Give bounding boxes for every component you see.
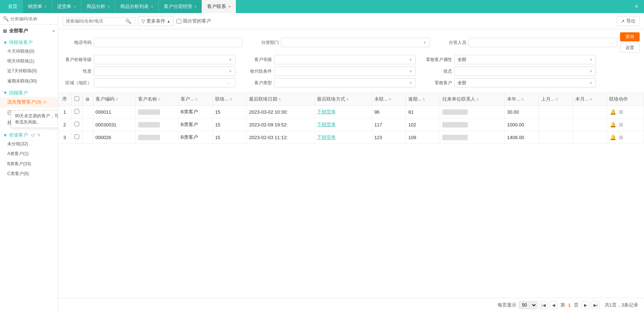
contact-icon[interactable]: 🔔	[610, 134, 616, 140]
zero-customer-select[interactable]: 全部 ▼	[454, 78, 596, 88]
filter-field-zero-customer: 零散客户 全部 ▼	[423, 78, 596, 88]
region-dots[interactable]: ···	[225, 80, 232, 86]
first-page-btn[interactable]: |◀	[539, 301, 547, 309]
cell-last-month	[539, 131, 573, 144]
more-icon[interactable]: ⊞	[619, 109, 623, 115]
payment-select[interactable]: ▼	[274, 66, 416, 76]
nav-tab-analysis-list-close[interactable]: ×	[151, 4, 153, 9]
page-size-select[interactable]: 50 100	[519, 301, 537, 309]
search-wrap: 🔍	[63, 17, 135, 25]
nav-tab-purchase-close[interactable]: ×	[73, 4, 76, 9]
edit-icon[interactable]: ✎	[37, 133, 41, 138]
cell-this-year: 1000.00	[505, 118, 539, 131]
query-button[interactable]: 查询	[620, 32, 640, 41]
settings-button[interactable]: 设置	[620, 43, 640, 53]
dept-label: 分管部门	[250, 40, 279, 46]
nav-tab-customer-contact-label: 客户联系	[207, 3, 226, 10]
th-settings: ⚙	[82, 93, 93, 106]
nav-tab-analysis-list[interactable]: 商品分析列表 ×	[115, 0, 158, 13]
cell-action: 🔔 ⊞	[607, 106, 644, 118]
sidebar-all-customers[interactable]: ⊞ 全部客户 «	[0, 25, 58, 37]
nav-home[interactable]: 首页	[3, 0, 23, 13]
sidebar-item-churn-warning[interactable]: 流失预警客户(3) ⚠	[0, 97, 58, 108]
nav-tab-analysis[interactable]: 商品分析 ×	[81, 0, 115, 13]
last-page-btn[interactable]: ▶|	[592, 301, 600, 309]
nature-select[interactable]: ▼	[94, 66, 236, 76]
price-grade-select[interactable]: ▼	[94, 55, 236, 64]
export-button[interactable]: ↗ 导出	[617, 16, 640, 26]
nav-tab-purchase[interactable]: 进货单 ×	[52, 0, 81, 13]
main-layout: 🔍 ⊞ 全部客户 « ▼ 待联络客户 今天待联络(0) 明天待联络(1) 近7天…	[0, 13, 644, 312]
sidebar-search-input[interactable]	[10, 16, 55, 21]
th-this-month: 本月... ⇅	[573, 93, 607, 106]
nav-tab-customer-contact[interactable]: 客户联系 ×	[202, 0, 236, 13]
cell-name: ████	[136, 106, 178, 118]
more-icon[interactable]: ⊞	[619, 134, 623, 140]
nav-tab-customer-tier[interactable]: 客户分层经营 ×	[158, 0, 202, 13]
filter-field-dept: 分管部门 ▼	[250, 38, 430, 47]
current-page: 1	[568, 303, 571, 308]
customer-type-select[interactable]: ▼	[274, 78, 416, 88]
chevron-down-icon7: ▼	[589, 58, 593, 62]
content-area: 🔍 ▽ 更多条件 ▲ 我分管的客户 ↗ 导出 电话号码	[58, 13, 644, 312]
sidebar-item-churn-label: 流失预警客户(3)	[7, 98, 41, 106]
nav-tab-analysis-close[interactable]: ×	[108, 4, 110, 9]
sidebar-group-review[interactable]: ▼ 回顾客户	[0, 88, 58, 97]
row-checkbox[interactable]	[75, 109, 79, 114]
sidebar-collapse-icon[interactable]: «	[52, 28, 55, 33]
column-settings-icon[interactable]: ⚙	[85, 97, 90, 102]
sidebar-item-b-class[interactable]: B类客户(33)	[0, 159, 58, 169]
search-icon[interactable]: 🔍	[125, 19, 131, 24]
cell-num: 2	[58, 118, 71, 131]
level-select[interactable]: ▼	[274, 55, 416, 64]
select-all-checkbox[interactable]	[75, 96, 79, 101]
cell-overdue: 102	[406, 118, 440, 131]
nav-tab-customer-contact-close[interactable]: ×	[228, 4, 230, 9]
filter-button[interactable]: ▽ 更多条件 ▲	[138, 16, 174, 26]
dots-icon[interactable]: ···	[610, 40, 614, 45]
contact-icon[interactable]: 🔔	[610, 122, 616, 127]
last-way-link[interactable]: 下销货单	[317, 109, 336, 114]
chevron-down-icon6: ▼	[409, 58, 412, 62]
sidebar-item-c-class[interactable]: C类客户(6)	[0, 169, 58, 179]
row-checkbox[interactable]	[75, 134, 79, 139]
cell-unlisted: 117	[372, 118, 406, 131]
my-customers-wrap: 我分管的客户	[177, 18, 211, 24]
nav-tab-sales-close[interactable]: ×	[44, 4, 47, 9]
nav-tab-sales[interactable]: 销货单 ×	[23, 0, 52, 13]
filter-field-status: 状态 ▼	[423, 66, 596, 76]
region-select[interactable]: ···	[94, 78, 236, 88]
last-way-link[interactable]: 下销货单	[317, 122, 336, 127]
nav-tab-customer-tier-close[interactable]: ×	[194, 4, 197, 9]
person-select[interactable]: ···	[468, 38, 617, 47]
page-label: 第	[560, 302, 565, 308]
sidebar-item-ungroup[interactable]: 未分组(32)	[0, 139, 58, 149]
sidebar-item-overdue[interactable]: 逾期未联络(30)	[0, 76, 58, 86]
contact-icon[interactable]: 🔔	[610, 109, 616, 115]
window-close-button[interactable]: ×	[632, 3, 641, 10]
sidebar-group-pending[interactable]: ▼ 待联络客户	[0, 37, 58, 46]
row-checkbox[interactable]	[75, 122, 79, 126]
search-input[interactable]	[66, 19, 124, 24]
sidebar-item-tomorrow[interactable]: 明天待联络(1)	[0, 56, 58, 66]
cell-type: B类客户	[178, 118, 213, 131]
action-btns: 查询 设置	[620, 32, 640, 53]
my-customers-checkbox[interactable]	[177, 19, 181, 24]
price-grade-label: 客户价格等级	[63, 57, 92, 63]
phone-label: 电话号码	[63, 40, 92, 46]
next-page-btn[interactable]: ▶	[581, 301, 589, 309]
more-icon[interactable]: ⊞	[619, 122, 623, 127]
chevron-down-icon10: ▼	[589, 69, 593, 73]
sidebar-item-week[interactable]: 近7天待联络(0)	[0, 66, 58, 76]
prev-page-btn[interactable]: ◀	[550, 301, 558, 309]
payment-label: 收付款条件	[243, 68, 272, 74]
refresh-icon[interactable]: ↺	[31, 133, 35, 138]
sidebar-group-value[interactable]: ▼ 价值客户 ↺ ✎	[0, 130, 58, 139]
sidebar-item-a-class[interactable]: A类客户(1)	[0, 149, 58, 159]
last-way-link[interactable]: 下销货单	[317, 134, 336, 140]
zero-attr-select[interactable]: 全部 ▼	[454, 55, 596, 64]
phone-input[interactable]	[94, 38, 242, 47]
sidebar-item-today[interactable]: 今天待联络(0)	[0, 46, 58, 56]
dept-select[interactable]: ▼	[281, 38, 430, 47]
status-select[interactable]: ▼	[454, 66, 596, 76]
